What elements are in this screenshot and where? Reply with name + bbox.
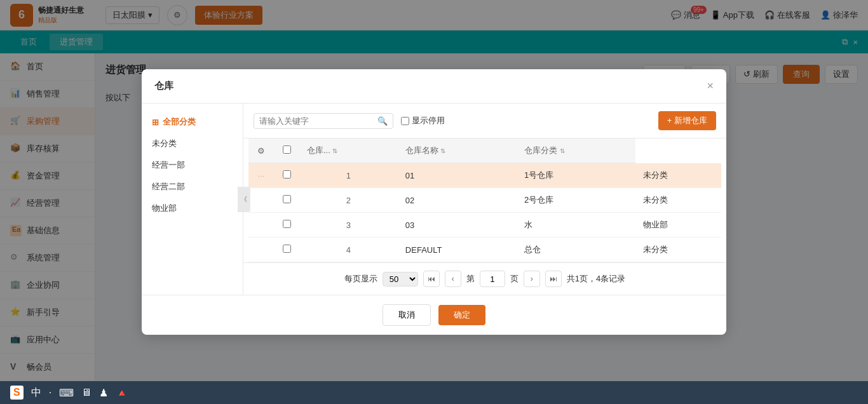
modal-title: 仓库 bbox=[154, 80, 173, 92]
table-header-row: ⚙ 仓库... ⇅ 仓库名称 ⇅ bbox=[248, 138, 721, 163]
row-name: 2号仓库 bbox=[517, 188, 635, 213]
bottom-taskbar: S 中 · ⌨ 🖥 ♟ 🔺 bbox=[0, 381, 868, 404]
game-icon[interactable]: ♟ bbox=[99, 387, 108, 399]
row-category: 未分类 bbox=[635, 163, 721, 188]
row-checkbox[interactable] bbox=[283, 220, 291, 228]
row-code: 01 bbox=[398, 163, 517, 188]
row-number: 2 bbox=[299, 188, 398, 213]
warehouse-table: ⚙ 仓库... ⇅ 仓库名称 ⇅ bbox=[248, 138, 721, 262]
modal-overlay: 仓库 × ⊞ 全部分类 未分类 经营一部 经营二部 bbox=[0, 0, 868, 404]
row-code: DEFAULT bbox=[398, 238, 517, 262]
row-settings[interactable]: ··· bbox=[248, 163, 274, 188]
next-page-button[interactable]: › bbox=[524, 271, 540, 287]
zh-icon[interactable]: 中 bbox=[31, 386, 41, 400]
row-checkbox-cell bbox=[274, 238, 299, 262]
modal-toolbar: 🔍 显示停用 + 新增仓库 bbox=[243, 104, 726, 138]
cancel-button[interactable]: 取消 bbox=[383, 304, 431, 326]
row-settings[interactable] bbox=[248, 188, 274, 213]
search-wrap: 🔍 bbox=[254, 113, 393, 129]
row-checkbox[interactable] bbox=[283, 170, 291, 178]
row-name: 总仓 bbox=[517, 238, 635, 262]
row-checkbox[interactable] bbox=[283, 195, 291, 203]
last-page-button[interactable]: ⏭ bbox=[545, 271, 562, 287]
cat-property[interactable]: 物业部 bbox=[142, 198, 243, 219]
th-name: 仓库名称 ⇅ bbox=[398, 138, 517, 163]
row-code: 02 bbox=[398, 188, 517, 213]
sort-cat-icon[interactable]: ⇅ bbox=[560, 147, 565, 154]
row-settings[interactable] bbox=[248, 238, 274, 262]
row-checkbox[interactable] bbox=[283, 245, 291, 253]
row-checkbox-cell bbox=[274, 188, 299, 213]
row-category: 未分类 bbox=[635, 188, 721, 213]
th-category: 仓库分类 ⇅ bbox=[517, 138, 635, 163]
row-number: 3 bbox=[299, 213, 398, 238]
row-number: 4 bbox=[299, 238, 398, 262]
select-all-checkbox[interactable] bbox=[283, 145, 291, 154]
show-disabled-check[interactable] bbox=[401, 117, 409, 125]
row-checkbox-cell bbox=[274, 163, 299, 188]
warehouse-table-wrap: ⚙ 仓库... ⇅ 仓库名称 ⇅ bbox=[243, 138, 726, 262]
th-code: 仓库... ⇅ bbox=[299, 138, 398, 163]
search-icon[interactable]: 🔍 bbox=[377, 116, 388, 126]
th-settings[interactable]: ⚙ bbox=[248, 138, 274, 163]
row-name: 水 bbox=[517, 213, 635, 238]
table-row[interactable]: 4 DEFAULT 总仓 未分类 bbox=[248, 238, 721, 262]
row-category: 物业部 bbox=[635, 213, 721, 238]
row-category: 未分类 bbox=[635, 238, 721, 262]
modal-footer: 取消 确定 bbox=[142, 295, 726, 335]
show-disabled-checkbox[interactable]: 显示停用 bbox=[401, 115, 445, 126]
sort-code-icon[interactable]: ⇅ bbox=[332, 147, 337, 154]
per-page-select[interactable]: 50 20 100 bbox=[383, 272, 418, 286]
category-sidebar: ⊞ 全部分类 未分类 经营一部 经营二部 物业部 《 bbox=[142, 104, 243, 295]
dot-icon[interactable]: · bbox=[49, 387, 51, 398]
add-warehouse-button[interactable]: + 新增仓库 bbox=[658, 111, 716, 130]
row-number: 1 bbox=[299, 163, 398, 188]
table-row[interactable]: 3 03 水 物业部 bbox=[248, 213, 721, 238]
page-number-input[interactable] bbox=[480, 271, 505, 287]
monitor-icon[interactable]: 🖥 bbox=[81, 387, 92, 398]
brand-s-icon: S bbox=[10, 386, 24, 400]
cat-ops1[interactable]: 经营一部 bbox=[142, 154, 243, 176]
row-code: 03 bbox=[398, 213, 517, 238]
arrow-icon[interactable]: 🔺 bbox=[116, 387, 128, 399]
confirm-button[interactable]: 确定 bbox=[438, 305, 485, 325]
keyboard-icon[interactable]: ⌨ bbox=[59, 387, 74, 399]
warehouse-modal: 仓库 × ⊞ 全部分类 未分类 经营一部 经营二部 bbox=[142, 69, 726, 335]
first-page-button[interactable]: ⏮ bbox=[423, 271, 440, 287]
pagination: 每页显示 50 20 100 ⏮ ‹ 第 页 › ⏭ 共1页，4条记录 bbox=[243, 262, 726, 295]
prev-page-button[interactable]: ‹ bbox=[445, 271, 461, 287]
grid-icon: ⊞ bbox=[152, 118, 159, 127]
search-input[interactable] bbox=[259, 116, 377, 126]
modal-header: 仓库 × bbox=[142, 69, 726, 104]
modal-close-button[interactable]: × bbox=[707, 79, 714, 93]
row-checkbox-cell bbox=[274, 213, 299, 238]
row-name: 1号仓库 bbox=[517, 163, 635, 188]
row-settings[interactable] bbox=[248, 213, 274, 238]
modal-body: ⊞ 全部分类 未分类 经营一部 经营二部 物业部 《 bbox=[142, 104, 726, 295]
cat-all[interactable]: ⊞ 全部分类 bbox=[142, 111, 243, 133]
sort-name-icon[interactable]: ⇅ bbox=[440, 147, 445, 154]
th-checkbox[interactable] bbox=[274, 138, 299, 163]
category-toggle-button[interactable]: 《 bbox=[238, 187, 250, 212]
modal-right-panel: 🔍 显示停用 + 新增仓库 ⚙ bbox=[243, 104, 726, 295]
cat-ops2[interactable]: 经营二部 bbox=[142, 176, 243, 198]
table-row[interactable]: 2 02 2号仓库 未分类 bbox=[248, 188, 721, 213]
table-row[interactable]: ··· 1 01 1号仓库 未分类 bbox=[248, 163, 721, 188]
cat-unclassified[interactable]: 未分类 bbox=[142, 133, 243, 154]
